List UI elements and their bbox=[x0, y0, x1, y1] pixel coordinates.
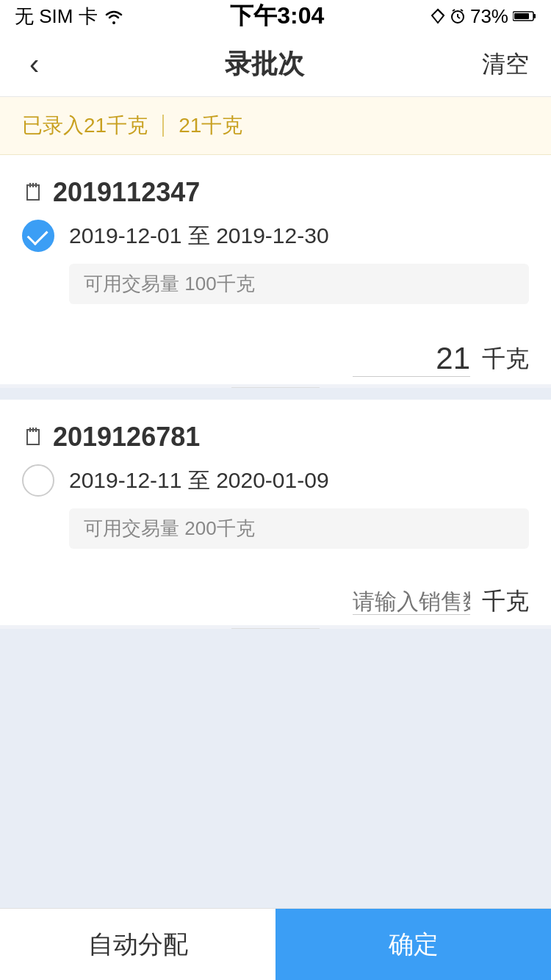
input-unit-2: 千克 bbox=[482, 586, 529, 618]
separator-1 bbox=[0, 388, 551, 400]
batch-id-2: 2019126781 bbox=[53, 422, 200, 453]
clear-button[interactable]: 清空 bbox=[482, 48, 529, 81]
separator-2 bbox=[0, 629, 551, 908]
battery-percent: 73% bbox=[470, 5, 508, 28]
available-qty-2: 可用交易量 200千克 bbox=[69, 508, 529, 549]
radio-unchecked-2[interactable] bbox=[22, 464, 54, 497]
quantity-row-1: 21 千克 bbox=[0, 326, 551, 384]
svg-rect-6 bbox=[533, 14, 536, 18]
date-range-1: 2019-12-01 至 2019-12-30 bbox=[69, 221, 329, 251]
svg-rect-7 bbox=[514, 13, 529, 19]
battery-icon bbox=[513, 10, 536, 22]
card-header-2: 🗒 2019126781 bbox=[22, 422, 529, 453]
card-row-2: 2019-12-11 至 2020-01-09 bbox=[22, 464, 529, 497]
status-right: 73% bbox=[431, 5, 536, 28]
input-row-2: 千克 bbox=[0, 571, 551, 625]
batch-icon-2: 🗒 bbox=[22, 424, 46, 451]
batch-card-1: 🗒 2019112347 2019-12-01 至 2019-12-30 可用交… bbox=[0, 155, 551, 326]
amount-value: 21千克 bbox=[179, 112, 242, 140]
page-content: 已录入21千克 21千克 🗒 2019112347 2019-12-01 至 2… bbox=[0, 97, 551, 908]
auto-distribute-button[interactable]: 自动分配 bbox=[0, 909, 276, 980]
svg-line-2 bbox=[458, 17, 460, 18]
info-divider bbox=[162, 115, 164, 137]
alarm-icon bbox=[450, 8, 466, 24]
quantity-display-1: 21 bbox=[353, 341, 470, 377]
bottom-bar: 自动分配 确定 bbox=[0, 908, 551, 980]
location-icon bbox=[431, 8, 445, 24]
available-qty-1: 可用交易量 100千克 bbox=[69, 264, 529, 304]
quantity-value-1: 21 bbox=[436, 341, 470, 375]
status-bar: 无 SIM 卡 下午3:04 73% bbox=[0, 0, 551, 32]
batch-id-1: 2019112347 bbox=[53, 177, 200, 208]
card-row-1: 2019-12-01 至 2019-12-30 bbox=[22, 220, 529, 252]
date-range-2: 2019-12-11 至 2020-01-09 bbox=[69, 466, 329, 496]
quantity-input-2[interactable] bbox=[353, 589, 470, 615]
radio-checked-1[interactable] bbox=[22, 220, 54, 252]
batch-card-2: 🗒 2019126781 2019-12-11 至 2020-01-09 可用交… bbox=[0, 400, 551, 571]
svg-line-4 bbox=[461, 10, 463, 11]
page-title: 录批次 bbox=[225, 46, 304, 82]
back-button[interactable]: ‹ bbox=[22, 40, 46, 88]
svg-line-3 bbox=[453, 10, 455, 11]
quantity-unit-1: 千克 bbox=[482, 343, 529, 375]
confirm-button[interactable]: 确定 bbox=[276, 909, 551, 980]
batch-icon-1: 🗒 bbox=[22, 179, 46, 206]
recorded-amount: 已录入21千克 bbox=[22, 112, 148, 140]
status-left: 无 SIM 卡 bbox=[15, 4, 124, 29]
card-header-1: 🗒 2019112347 bbox=[22, 177, 529, 208]
status-time: 下午3:04 bbox=[230, 0, 324, 32]
wifi-icon bbox=[104, 8, 124, 24]
no-sim-text: 无 SIM 卡 bbox=[15, 4, 98, 29]
info-banner: 已录入21千克 21千克 bbox=[0, 97, 551, 155]
nav-bar: ‹ 录批次 清空 bbox=[0, 32, 551, 97]
